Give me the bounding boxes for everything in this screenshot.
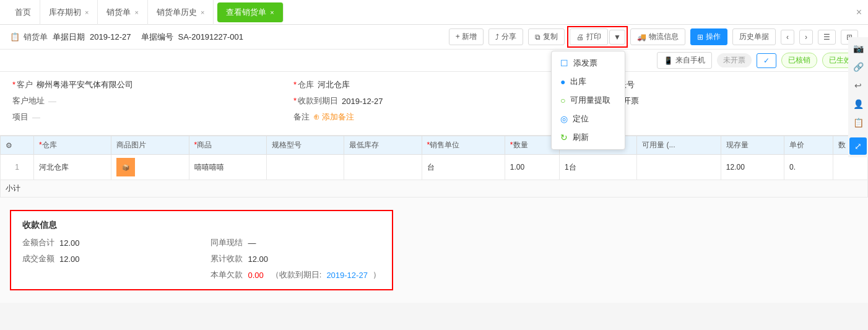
refresh-icon: ↻ [560,132,568,142]
right-sidebar: 📷 🔗 ↩ 👤 📋 ⤢ [848,37,868,157]
cell-qty: 1.00 [505,155,559,180]
cell-current-stock: 12.00 [721,155,784,180]
dropdown-locate[interactable]: ◎ 定位 [552,110,625,128]
print-dropdown-button[interactable]: ▼ [609,30,625,45]
warehouse-label: 仓库 [293,79,314,90]
doc-date-label: 单据日期 2019-12-27 [53,32,131,43]
cell-warehouse: 河北仓库 [33,155,111,180]
add-notes-button[interactable]: ⊕ 添加备注 [313,111,354,123]
cumulative-receipt-label: 累计收款 [210,253,243,264]
customer-field: 客户 柳州粤港平安气体有限公司 [12,79,293,90]
available-qty-icon: ○ [560,95,565,105]
col-product-img: 商品图片 [111,136,189,155]
tab-sales-history[interactable]: 销货单历史 × [148,0,214,25]
toolbar-row: 📱 来自手机 未开票 ✓ 已核销 已生效 [0,50,868,72]
notes-label: 备注 [293,111,310,123]
locate-icon: ◎ [560,114,568,124]
dropdown-add-invoice[interactable]: ☐ 添发票 [552,54,625,72]
cell-spec [266,155,344,180]
payment-row-cumulative: 累计收款 12.00 [210,253,380,264]
address-value: — [48,97,56,106]
amount-total-label: 金额合计 [22,237,54,248]
history-records-button[interactable]: 历史单据 [732,28,776,45]
nav-prev-button[interactable]: ‹ [781,30,794,45]
window-close-button[interactable]: × [856,7,862,18]
dropdown-refresh[interactable]: ↻ 刷新 [552,128,625,147]
not-opened-tag: 未开票 [717,53,752,67]
sidebar-notes-icon[interactable]: 📋 [849,114,867,131]
warehouse-field: 仓库 河北仓库 [293,79,575,90]
tab-home[interactable]: 首页 [6,0,40,25]
close-inventory-tab[interactable]: × [85,9,89,16]
print-button[interactable]: 🖨 打印 [570,28,608,45]
table-header-row: ⚙ *仓库 商品图片 *商品 规格型号 最低库存 *销售单位 *数量 包装数量 … [1,136,868,155]
cell-amount [833,155,868,180]
payment-title: 收款信息 [22,220,381,231]
cell-pack-qty: 1台 [559,155,636,180]
already-cancelled-tag: 已核销 [781,53,817,68]
same-settlement-value: — [248,238,256,248]
cumulative-receipt-value: 12.00 [248,254,268,264]
doc-title-text: 销货单 [24,32,48,43]
doc-icon: 📋 [10,32,20,41]
address-field: 客户地址 — [12,95,293,106]
due-note: （收款到期日: [271,269,322,280]
payment-row-due: 本单欠款 0.00 （收款到期日: 2019-12-27 ） [210,269,380,280]
transaction-amount-value: 12.00 [59,254,80,264]
sidebar-expand-icon[interactable]: ⤢ [849,137,867,155]
customer-value: 柳州粤港平安气体有限公司 [37,79,133,90]
col-spec: 规格型号 [266,136,344,155]
customer-label: 客户 [12,79,33,90]
payment-row-settlement: 同单现结 — [210,237,380,248]
close-sales-tab[interactable]: × [134,9,138,16]
tab-sales-order[interactable]: 销货单 × [98,0,147,25]
print-dropdown-menu: ☐ 添发票 ● 出库 ○ 可用量提取 ◎ 定位 [551,51,625,150]
product-table: ⚙ *仓库 商品图片 *商品 规格型号 最低库存 *销售单位 *数量 包装数量 … [0,136,868,198]
dropdown-warehouse-out[interactable]: ● 出库 [552,72,625,91]
nav-next-button[interactable]: › [799,30,813,45]
sidebar-camera-icon[interactable]: 📷 [849,40,867,57]
copy-button[interactable]: ⧉ 复制 [528,28,565,45]
payment-row-transaction: 成交金额 12.00 [22,253,192,264]
subtotal-label: 小计 [1,180,868,198]
tab-inventory-initial[interactable]: 库存期初 × [40,0,98,25]
check-icon: ✓ [763,56,770,65]
product-table-wrapper: ⚙ *仓库 商品图片 *商品 规格型号 最低库存 *销售单位 *数量 包装数量 … [0,136,868,198]
doc-number-label: 单据编号 SA-20191227-001 [141,32,244,43]
document-header: 📋 销货单 单据日期 2019-12-27 单据编号 SA-20191227-0… [0,25,868,50]
phone-icon: 📱 [664,56,673,65]
product-image: 📦 [116,158,135,176]
table-row: 1 河北仓库 📦 嘻嘻嘻嘻 台 1.00 1台 12.00 0. [1,155,868,180]
add-invoice-icon: ☐ [560,58,568,68]
dropdown-available-qty[interactable]: ○ 可用量提取 [552,91,625,110]
address-label: 客户地址 [12,95,45,106]
project-field: 项目 — [12,111,293,123]
copy-icon: ⧉ [535,33,540,41]
logistics-button[interactable]: 🚚 物流信息 [630,28,685,45]
payment-date-label: 收款到期日 [293,95,338,106]
view-list-button[interactable]: ☰ [818,30,836,45]
operate-icon: ⊞ [697,33,703,41]
sidebar-link-icon[interactable]: 🔗 [849,58,867,76]
logistics-icon: 🚚 [637,33,646,41]
current-due-label: 本单欠款 [210,269,243,280]
col-gear: ⚙ [1,136,34,155]
close-view-tab[interactable]: × [270,9,274,16]
sidebar-user-icon[interactable]: 👤 [849,95,867,113]
doc-title-area: 📋 销货单 [10,32,48,43]
col-available: 可用量 (... [637,136,721,155]
tab-view-order[interactable]: 查看销货单 × [217,2,283,22]
cell-min-stock [344,155,422,180]
col-warehouse: *仓库 [33,136,111,155]
col-product: *商品 [189,136,266,155]
amount-total-value: 12.00 [59,238,80,248]
operate-button[interactable]: ⊞ 操作 [690,28,727,45]
bottom-area: 收款信息 金额合计 12.00 同单现结 — 成交金额 12.00 累计收款 1… [0,198,868,303]
check-button[interactable]: ✓ [757,53,776,68]
close-history-tab[interactable]: × [201,9,204,16]
sidebar-reply-icon[interactable]: ↩ [849,77,867,94]
form-area: 客户 柳州粤港平安气体有限公司 仓库 河北仓库 业务员 演示账号 客户地址 — … [0,72,868,136]
share-button[interactable]: ⤴ 分享 [488,28,523,45]
from-phone-button[interactable]: 📱 来自手机 [657,52,712,69]
new-button[interactable]: + 新增 [449,28,484,45]
